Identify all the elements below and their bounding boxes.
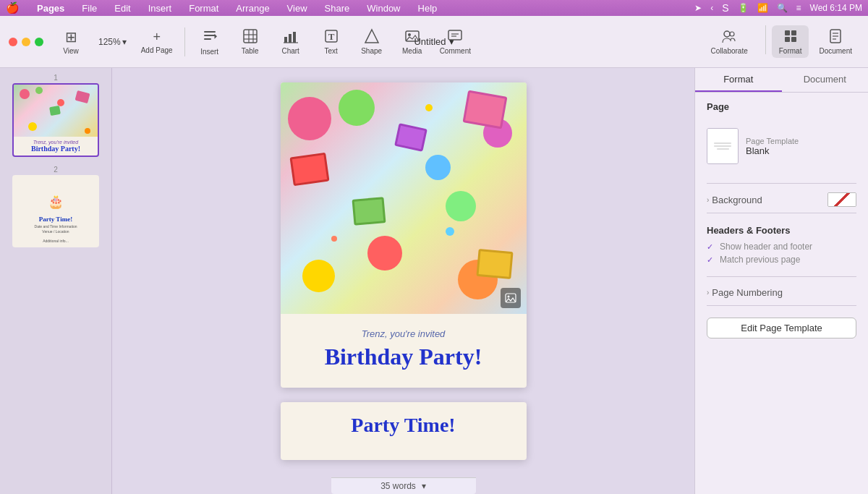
- template-name: Blank: [746, 145, 856, 156]
- page-numbering-text: Page Numbering: [712, 287, 783, 298]
- page-numbering-chevron-icon: ›: [707, 289, 709, 297]
- page-2-title: Party Time!: [292, 414, 515, 437]
- search-icon[interactable]: 🔍: [777, 3, 788, 13]
- menu-file[interactable]: File: [79, 3, 100, 14]
- chart-label: Chart: [281, 47, 299, 55]
- svg-rect-9: [284, 37, 287, 43]
- view-button[interactable]: ⊞ View: [52, 25, 90, 58]
- shape-button[interactable]: Shape: [353, 25, 391, 58]
- menu-help[interactable]: Help: [415, 3, 441, 14]
- toolbar: ⊞ View 125% ▾ + Add Page Insert Table Ch…: [0, 16, 868, 68]
- page-1-title[interactable]: Birthday Party!: [292, 344, 515, 370]
- page-numbering-row[interactable]: › Page Numbering: [695, 283, 868, 302]
- minimize-window-button[interactable]: [22, 38, 30, 46]
- background-label: › Background: [707, 195, 762, 205]
- svg-rect-0: [204, 31, 216, 33]
- clock: Wed 6:14 PM: [810, 3, 862, 13]
- tab-document[interactable]: Document: [782, 68, 869, 92]
- collaborate-icon: [721, 28, 737, 47]
- wifi-icon: 📶: [757, 3, 768, 13]
- document-title[interactable]: Untitled ▾: [414, 36, 454, 47]
- chart-icon: [283, 28, 299, 47]
- divider-1: [707, 183, 856, 184]
- battery-icon: 🔋: [738, 3, 749, 13]
- show-header-footer-row[interactable]: ✓ Show header and footer: [707, 242, 856, 252]
- separator: [184, 27, 185, 56]
- main-area: 1 Trenz, you're invited Birthday Party!: [0, 68, 868, 494]
- menu-window[interactable]: Window: [364, 3, 403, 14]
- svg-rect-2: [204, 38, 211, 40]
- page-1-card[interactable]: Trenz, you're invited Birthday Party!: [281, 82, 527, 388]
- thumb-content-1: Trenz, you're invited Birthday Party!: [14, 137, 98, 156]
- thumbnail-2[interactable]: 2 🎂 Party Time! Date and Time Informatio…: [6, 166, 106, 247]
- thumb-title-1: Birthday Party!: [18, 145, 93, 153]
- menubar-right: ➤ ‹ S 🔋 📶 🔍 ≡ Wed 6:14 PM: [694, 2, 862, 14]
- match-previous-checkmark-icon: ✓: [707, 255, 715, 264]
- page-1-image[interactable]: [281, 82, 527, 314]
- format-tab-label: Format: [779, 47, 802, 55]
- table-icon: [242, 28, 258, 47]
- control-center-icon[interactable]: ≡: [796, 3, 801, 13]
- insert-label: Insert: [200, 48, 218, 56]
- document-tab-label: Document: [819, 47, 852, 55]
- menu-view[interactable]: View: [284, 3, 310, 14]
- menu-format[interactable]: Format: [186, 3, 221, 14]
- close-window-button[interactable]: [9, 38, 17, 46]
- background-row[interactable]: › Background: [695, 189, 868, 210]
- collaborate-button[interactable]: Collaborate: [699, 25, 760, 58]
- svg-rect-24: [785, 30, 790, 35]
- chart-button[interactable]: Chart: [272, 25, 310, 58]
- match-previous-row[interactable]: ✓ Match previous page: [707, 255, 856, 265]
- thumb-num-1: 1: [6, 74, 106, 82]
- maximize-window-button[interactable]: [35, 38, 43, 46]
- word-count-bar[interactable]: 35 words ▾: [331, 477, 476, 494]
- svg-point-22: [724, 31, 730, 37]
- zoom-button[interactable]: 125% ▾: [93, 34, 132, 50]
- menu-edit[interactable]: Edit: [111, 3, 133, 14]
- toolbar-right: Collaborate Format Document: [699, 25, 859, 58]
- page-2-card[interactable]: Party Time!: [281, 402, 527, 460]
- title-caret-icon: ▾: [449, 36, 454, 47]
- thumbnail-1[interactable]: 1 Trenz, you're invited Birthday Party!: [6, 74, 106, 157]
- svg-rect-27: [791, 37, 796, 42]
- format-tab-button[interactable]: Format: [772, 25, 809, 58]
- apple-menu[interactable]: 🍎: [6, 1, 20, 14]
- add-page-label: Add Page: [141, 46, 173, 54]
- thumb-img-2: 🎂: [14, 176, 98, 213]
- edit-template-button[interactable]: Edit Page Template: [707, 318, 856, 338]
- thumb-box-2[interactable]: 🎂 Party Time! Date and Time InformationV…: [12, 175, 99, 247]
- menu-insert[interactable]: Insert: [145, 3, 175, 14]
- divider-3: [707, 276, 856, 277]
- insert-button[interactable]: Insert: [191, 25, 229, 59]
- menu-share[interactable]: Share: [322, 3, 353, 14]
- table-button[interactable]: Table: [231, 25, 269, 58]
- thumb-box-1[interactable]: Trenz, you're invited Birthday Party!: [12, 83, 99, 157]
- thumb-img-1: [14, 85, 98, 137]
- word-count-chevron-icon: ▾: [422, 481, 426, 491]
- image-replace-overlay[interactable]: [501, 288, 521, 308]
- svg-rect-26: [791, 30, 796, 35]
- svg-point-17: [408, 33, 411, 36]
- send-icon: ➤: [694, 3, 702, 13]
- text-icon: T: [323, 28, 339, 47]
- menu-arrange[interactable]: Arrange: [233, 3, 272, 14]
- text-label: Text: [324, 47, 337, 55]
- page-1-subtitle: Trenz, you're invited: [292, 328, 515, 339]
- background-chevron-icon: ›: [707, 196, 709, 204]
- add-page-button[interactable]: + Add Page: [135, 27, 179, 57]
- document-tab-button[interactable]: Document: [812, 25, 859, 58]
- headers-footers-section: Headers & Footers ✓ Show header and foot…: [695, 219, 868, 273]
- tab-format[interactable]: Format: [695, 68, 782, 92]
- shape-label: Shape: [361, 47, 382, 55]
- menu-pages[interactable]: Pages: [34, 3, 67, 14]
- svg-point-33: [507, 296, 509, 298]
- text-button[interactable]: T Text: [312, 25, 350, 58]
- match-previous-label: Match previous page: [720, 255, 800, 265]
- media-label: Media: [402, 47, 422, 55]
- back-icon: ‹: [710, 3, 713, 13]
- svg-text:T: T: [328, 31, 334, 42]
- show-header-label: Show header and footer: [720, 242, 812, 252]
- canvas-area[interactable]: Trenz, you're invited Birthday Party! Pa…: [112, 68, 694, 494]
- comment-label: Comment: [440, 47, 471, 55]
- background-color-swatch[interactable]: [827, 192, 856, 207]
